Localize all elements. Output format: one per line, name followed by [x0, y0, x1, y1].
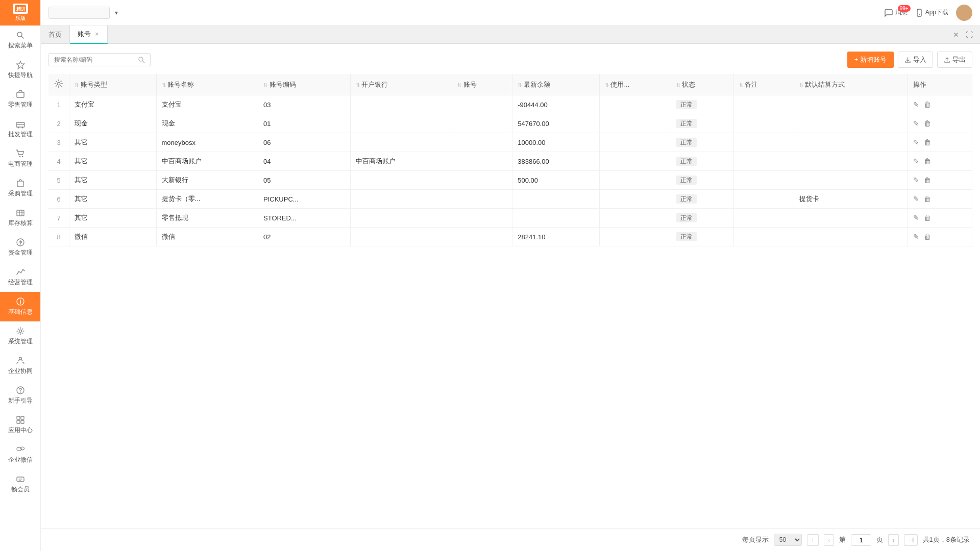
- status-badge: 正常: [676, 119, 697, 128]
- table-row: 4 其它 中百商场账户 04 中百商场账户 383866.00 正常 ✎ 🗑: [48, 152, 972, 171]
- cell-code: STORED...: [258, 209, 351, 228]
- import-btn[interactable]: 导入: [898, 52, 933, 68]
- col-settings[interactable]: [48, 74, 69, 95]
- cell-name: 支付宝: [156, 95, 258, 114]
- cell-status: 正常: [671, 171, 733, 190]
- col-bank[interactable]: ⇅ 开户银行: [350, 74, 452, 95]
- tab-home[interactable]: 首页: [41, 26, 70, 44]
- cell-index: 4: [48, 152, 69, 171]
- edit-btn[interactable]: ✎: [913, 176, 919, 184]
- tab-close-btn[interactable]: ✕: [951, 30, 961, 40]
- last-page-btn[interactable]: ⊣: [904, 534, 918, 546]
- edit-btn[interactable]: ✎: [913, 101, 919, 109]
- tab-account[interactable]: 账号 ×: [70, 26, 108, 44]
- cell-code: 06: [258, 133, 351, 152]
- topbar-app-download[interactable]: App下载: [915, 8, 948, 17]
- sidebar-item-search-menu[interactable]: 搜索菜单: [0, 26, 40, 55]
- col-balance[interactable]: ⇅ 最新余额: [512, 74, 600, 95]
- sidebar-item-basic-info[interactable]: 基础信息: [0, 292, 40, 321]
- cell-balance: -90444.00: [512, 95, 600, 114]
- sidebar-item-retail[interactable]: 零售管理: [0, 85, 40, 114]
- delete-btn[interactable]: 🗑: [924, 138, 931, 146]
- sidebar-item-finance[interactable]: 资金管理: [0, 233, 40, 262]
- sidebar-item-operations[interactable]: 经营管理: [0, 262, 40, 292]
- delete-btn[interactable]: 🗑: [924, 195, 931, 203]
- cell-balance: [512, 209, 600, 228]
- col-type[interactable]: ⇅ 账号类型: [69, 74, 157, 95]
- sidebar-item-enterprise-agreement[interactable]: 企业协同: [0, 351, 40, 381]
- sidebar-item-member-label: 畅会员: [11, 485, 30, 494]
- sidebar-item-purchase[interactable]: 采购管理: [0, 173, 40, 203]
- cell-code: 01: [258, 114, 351, 133]
- cell-status: 正常: [671, 95, 733, 114]
- edit-btn[interactable]: ✎: [913, 195, 919, 203]
- svg-point-10: [21, 156, 23, 158]
- cell-index: 1: [48, 95, 69, 114]
- edit-btn[interactable]: ✎: [913, 119, 919, 128]
- col-status[interactable]: ⇅ 状态: [671, 74, 733, 95]
- topbar-msg-btn[interactable]: 消息 99+: [884, 8, 908, 17]
- sidebar-item-app-center[interactable]: 应用中心: [0, 410, 40, 440]
- svg-rect-22: [21, 420, 24, 423]
- cell-notes: [733, 190, 794, 209]
- cell-account: [452, 95, 512, 114]
- sidebar-item-quick-nav[interactable]: 快捷导航: [0, 55, 40, 85]
- sidebar-item-inventory[interactable]: 库存核算: [0, 203, 40, 233]
- sidebar-item-ecommerce[interactable]: 电商管理: [0, 144, 40, 173]
- cell-usage: [599, 114, 671, 133]
- edit-btn[interactable]: ✎: [913, 157, 919, 165]
- search-icon: [138, 56, 145, 63]
- topbar-search-input[interactable]: [48, 7, 110, 19]
- edit-btn[interactable]: ✎: [913, 214, 919, 222]
- delete-btn[interactable]: 🗑: [924, 176, 931, 184]
- export-icon: [944, 57, 950, 63]
- table-row: 8 微信 微信 02 28241.10 正常 ✎ 🗑: [48, 228, 972, 246]
- delete-btn[interactable]: 🗑: [924, 119, 931, 128]
- first-page-btn[interactable]: ⊺: [807, 534, 819, 546]
- sidebar-item-beginner-guide[interactable]: 新手引导: [0, 381, 40, 410]
- delete-btn[interactable]: 🗑: [924, 101, 931, 109]
- import-label: 导入: [913, 55, 926, 64]
- sidebar-item-member[interactable]: 畅会员: [0, 469, 40, 499]
- col-name[interactable]: ⇅ 账号名称: [156, 74, 258, 95]
- col-usage[interactable]: ⇅ 使用...: [599, 74, 671, 95]
- edit-btn[interactable]: ✎: [913, 233, 919, 241]
- cell-action: ✎ 🗑: [908, 190, 972, 209]
- cell-balance: 10000.00: [512, 133, 600, 152]
- sidebar-item-system[interactable]: 系统管理: [0, 321, 40, 351]
- prev-page-btn[interactable]: ‹: [824, 534, 834, 546]
- col-default-settle[interactable]: ⇅ 默认结算方式: [794, 74, 908, 95]
- add-account-btn[interactable]: + 新增账号: [847, 52, 894, 68]
- search-box[interactable]: [48, 53, 151, 66]
- edit-btn[interactable]: ✎: [913, 138, 919, 146]
- cell-usage: [599, 190, 671, 209]
- cell-balance: 547670.00: [512, 114, 600, 133]
- search-input[interactable]: [54, 56, 135, 63]
- cell-code: 04: [258, 152, 351, 171]
- cell-name: moneybosx: [156, 133, 258, 152]
- delete-btn[interactable]: 🗑: [924, 214, 931, 222]
- page-size-select[interactable]: 50 100 200: [774, 534, 802, 546]
- avatar[interactable]: [956, 5, 972, 21]
- table-row: 5 其它 大新银行 05 500.00 正常 ✎ 🗑: [48, 171, 972, 190]
- export-btn[interactable]: 导出: [937, 52, 972, 68]
- page-input[interactable]: [851, 534, 871, 546]
- col-code[interactable]: ⇅ 账号编码: [258, 74, 351, 95]
- tab-expand-btn[interactable]: ⛶: [964, 30, 975, 40]
- tab-account-close[interactable]: ×: [94, 31, 100, 38]
- col-notes[interactable]: ⇅ 备注: [733, 74, 794, 95]
- column-settings-icon[interactable]: [54, 79, 64, 89]
- cell-default-settle: 提货卡: [794, 190, 908, 209]
- cell-account: [452, 190, 512, 209]
- delete-btn[interactable]: 🗑: [924, 233, 931, 241]
- cell-account: [452, 228, 512, 246]
- sidebar-item-enterprise-wechat[interactable]: 企业微信: [0, 440, 40, 469]
- cell-index: 2: [48, 114, 69, 133]
- delete-btn[interactable]: 🗑: [924, 157, 931, 165]
- topbar-dropdown-btn[interactable]: ▾: [115, 9, 118, 16]
- svg-rect-12: [17, 210, 24, 216]
- cell-name: 提货卡（零...: [156, 190, 258, 209]
- sidebar-item-wholesale[interactable]: 批发管理: [0, 114, 40, 144]
- next-page-btn[interactable]: ›: [888, 534, 898, 546]
- col-account[interactable]: ⇅ 账号: [452, 74, 512, 95]
